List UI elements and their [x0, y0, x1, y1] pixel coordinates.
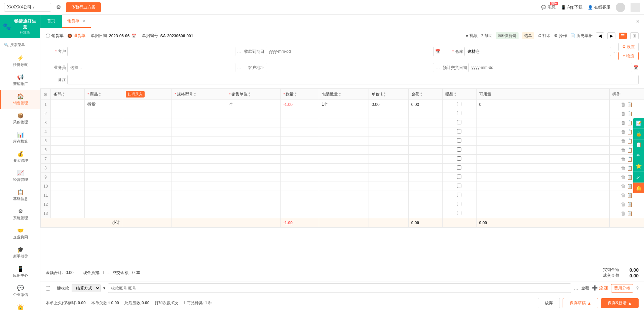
- row-gift[interactable]: [442, 200, 476, 209]
- tool-notes-button[interactable]: 📝: [633, 118, 644, 129]
- row-spec[interactable]: [172, 118, 226, 127]
- row-pkg-qty[interactable]: [319, 155, 369, 164]
- row-product[interactable]: [85, 146, 123, 155]
- row-qty[interactable]: -1.00: [280, 100, 319, 109]
- tab-close-icon[interactable]: ✕: [82, 19, 85, 24]
- row-barcode[interactable]: [51, 182, 85, 191]
- row-unit[interactable]: [226, 200, 280, 209]
- customer-input[interactable]: [67, 47, 235, 56]
- row-amount[interactable]: [408, 118, 442, 127]
- online-service-button[interactable]: 👤 在线客服: [588, 4, 610, 10]
- warehouse-more-icon[interactable]: …: [612, 49, 617, 54]
- row-barcode[interactable]: [51, 200, 85, 209]
- row-qty[interactable]: [280, 173, 319, 182]
- sidebar-item-quicknav[interactable]: ⚡快捷导航: [0, 51, 40, 71]
- row-product[interactable]: [85, 209, 123, 218]
- sidebar-item-guide[interactable]: 🎓新手引导: [0, 243, 40, 262]
- row-qty[interactable]: [280, 164, 319, 173]
- row-product[interactable]: [85, 109, 123, 118]
- settings-gear-button[interactable]: ⚙: [54, 3, 63, 12]
- user-menu[interactable]: [631, 3, 640, 12]
- sidebar-item-purchase[interactable]: 📦采购管理: [0, 109, 40, 128]
- row-unit[interactable]: [226, 155, 280, 164]
- row-amount[interactable]: 0.00: [408, 100, 442, 109]
- warehouse-input[interactable]: [464, 47, 611, 56]
- trial-button[interactable]: 体验行业方案: [66, 2, 101, 12]
- tool-star-button[interactable]: ⭐: [633, 161, 644, 172]
- search-menu-button[interactable]: 🔍 搜索菜单: [3, 41, 37, 49]
- row-unit-price[interactable]: [369, 127, 408, 137]
- row-pkg-qty[interactable]: [319, 173, 369, 182]
- expense-split-button[interactable]: 费用分摊: [611, 284, 633, 293]
- tab-sales-order[interactable]: 销货单 ✕: [62, 15, 91, 28]
- save-new-dropdown-icon[interactable]: ▲: [628, 301, 632, 306]
- row-product[interactable]: [85, 200, 123, 209]
- payment-due-calendar-icon[interactable]: 📅: [435, 49, 440, 54]
- delete-row-button[interactable]: 🗑: [621, 184, 626, 189]
- sidebar-item-member[interactable]: 👑畅会员: [0, 301, 40, 311]
- return-order-radio[interactable]: 退货单: [68, 33, 85, 39]
- row-product[interactable]: [85, 118, 123, 127]
- draft-dropdown-icon[interactable]: ▲: [587, 301, 591, 306]
- copy-row-button[interactable]: 📋: [627, 165, 633, 171]
- customer-more-icon[interactable]: …: [237, 49, 241, 54]
- delete-row-button[interactable]: 🗑: [621, 202, 626, 207]
- row-qty[interactable]: [280, 137, 319, 146]
- abandon-button[interactable]: 放弃: [538, 298, 560, 308]
- row-unit-price[interactable]: [369, 209, 408, 218]
- tool-alert-button[interactable]: 🔔: [633, 183, 644, 193]
- company-selector[interactable]: XXXXXX公司 ▾: [4, 3, 51, 12]
- row-unit[interactable]: [226, 164, 280, 173]
- tool-pencil-button[interactable]: 🖊: [633, 172, 644, 183]
- row-unit-price[interactable]: [369, 182, 408, 191]
- settings-button[interactable]: ⚙ 设置: [618, 43, 639, 51]
- row-pkg-qty[interactable]: [319, 118, 369, 127]
- row-qty[interactable]: [280, 109, 319, 118]
- list-view-button[interactable]: ☰: [619, 33, 627, 39]
- row-unit[interactable]: [226, 109, 280, 118]
- row-spec[interactable]: [172, 182, 226, 191]
- row-amount[interactable]: [408, 155, 442, 164]
- row-amount[interactable]: [408, 191, 442, 200]
- calendar-icon[interactable]: 📅: [131, 34, 137, 38]
- row-spec[interactable]: [172, 164, 226, 173]
- row-barcode[interactable]: [51, 191, 85, 200]
- row-pkg-qty[interactable]: 1个: [319, 100, 369, 109]
- copy-row-button[interactable]: 📋: [627, 102, 633, 107]
- row-pkg-qty[interactable]: [319, 164, 369, 173]
- row-unit[interactable]: [226, 173, 280, 182]
- product-type-info-icon[interactable]: ℹ: [184, 301, 185, 305]
- row-product[interactable]: [85, 182, 123, 191]
- row-qty[interactable]: [280, 182, 319, 191]
- print-link[interactable]: 🖨 打印: [537, 33, 551, 39]
- copy-row-button[interactable]: 📋: [627, 111, 633, 116]
- row-qty[interactable]: [280, 146, 319, 155]
- sidebar-item-system[interactable]: ⚙系统管理: [0, 205, 40, 224]
- sidebar-item-finance[interactable]: 💰资金管理: [0, 147, 40, 166]
- delete-row-button[interactable]: 🗑: [621, 165, 626, 171]
- shortcuts-link[interactable]: ⌨ 快捷键: [496, 32, 519, 39]
- row-product[interactable]: [85, 164, 123, 173]
- row-unit-price[interactable]: 0.00: [369, 100, 408, 109]
- row-barcode[interactable]: [51, 209, 85, 218]
- sidebar-item-sales[interactable]: 🏠销售管理: [0, 90, 40, 109]
- select-link[interactable]: 选单: [522, 32, 534, 39]
- row-pkg-qty[interactable]: [319, 137, 369, 146]
- tool-clipboard-button[interactable]: 📋: [633, 140, 644, 150]
- sidebar-item-operations[interactable]: 📈经营管理: [0, 166, 40, 186]
- delete-row-button[interactable]: 🗑: [621, 193, 626, 198]
- row-spec[interactable]: [172, 100, 226, 109]
- row-barcode[interactable]: [51, 100, 85, 109]
- row-gift[interactable]: [442, 146, 476, 155]
- row-barcode[interactable]: [51, 155, 85, 164]
- row-qty[interactable]: [280, 118, 319, 127]
- row-qty[interactable]: [280, 191, 319, 200]
- tab-home[interactable]: 首页: [40, 15, 62, 28]
- avatar[interactable]: [616, 3, 625, 12]
- copy-row-button[interactable]: 📋: [627, 147, 633, 153]
- row-barcode[interactable]: [51, 127, 85, 137]
- sidebar-item-marketing[interactable]: 📢营销推广: [0, 71, 40, 90]
- save-draft-button[interactable]: 保存草稿 ▲: [563, 298, 598, 308]
- address-more-icon[interactable]: …: [435, 65, 440, 70]
- copy-row-button[interactable]: 📋: [627, 129, 633, 134]
